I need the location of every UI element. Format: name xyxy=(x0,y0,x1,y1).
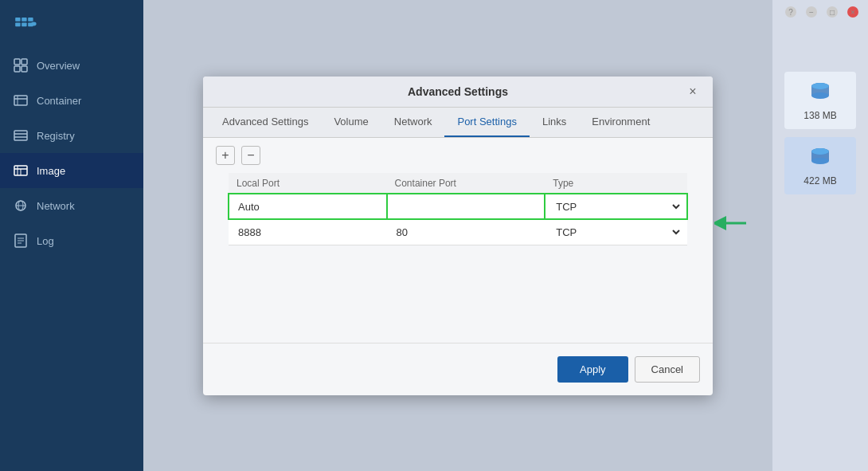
sidebar-item-network-label: Network xyxy=(37,200,75,212)
svg-rect-9 xyxy=(14,66,20,72)
col-header-container-port: Container Port xyxy=(387,173,545,194)
sidebar-item-container-label: Container xyxy=(37,95,81,107)
help-button[interactable]: ? xyxy=(785,6,796,18)
sidebar-item-log[interactable]: Log xyxy=(0,223,143,258)
svg-rect-0 xyxy=(15,18,20,22)
storage-size-1: 138 MB xyxy=(803,110,836,121)
log-icon xyxy=(13,233,29,249)
dialog-toolbar: + − xyxy=(203,138,713,173)
svg-rect-2 xyxy=(22,22,26,26)
port-table-wrapper: Local Port Container Port Type xyxy=(203,173,713,245)
registry-icon xyxy=(13,128,29,143)
sidebar-item-container[interactable]: Container xyxy=(0,83,143,118)
image-icon xyxy=(13,163,29,179)
storage-icon-1 xyxy=(809,80,831,107)
svg-point-6 xyxy=(31,22,36,26)
row1-type-cell: TCP UDP xyxy=(545,194,687,219)
svg-rect-7 xyxy=(14,59,20,65)
sidebar-item-network[interactable]: Network xyxy=(0,188,143,223)
col-header-type: Type xyxy=(545,173,687,194)
green-arrow-indicator xyxy=(714,214,749,232)
row1-type-select[interactable]: TCP UDP xyxy=(549,198,682,215)
sidebar-item-image-label: Image xyxy=(37,165,65,177)
minimize-button[interactable]: − xyxy=(806,6,817,18)
storage-item-1[interactable]: 138 MB xyxy=(784,72,856,129)
port-table: Local Port Container Port Type xyxy=(229,173,687,245)
dialog-content: + − Local Port Container Port Type xyxy=(203,138,713,343)
advanced-settings-dialog: Advanced Settings × Advanced Settings Vo… xyxy=(203,77,713,395)
apply-button[interactable]: Apply xyxy=(557,356,628,383)
svg-rect-8 xyxy=(22,59,27,65)
dialog-titlebar: Advanced Settings × xyxy=(203,77,713,108)
tab-port-settings[interactable]: Port Settings xyxy=(444,108,529,137)
svg-rect-5 xyxy=(15,22,20,26)
tab-links[interactable]: Links xyxy=(530,108,579,137)
docker-logo-icon xyxy=(13,11,38,37)
svg-point-36 xyxy=(811,158,829,164)
cancel-button[interactable]: Cancel xyxy=(635,356,700,383)
remove-port-button[interactable]: − xyxy=(241,146,260,165)
svg-rect-3 xyxy=(28,18,33,22)
row1-container-port-input[interactable] xyxy=(392,198,541,216)
row2-container-port-input[interactable] xyxy=(392,223,541,241)
row2-local-port-cell xyxy=(229,219,387,245)
svg-point-32 xyxy=(811,92,829,99)
dialog-close-button[interactable]: × xyxy=(686,84,700,99)
sidebar-item-registry-label: Registry xyxy=(37,130,75,142)
row2-local-port-input[interactable] xyxy=(233,223,382,241)
row1-container-port-cell xyxy=(387,194,545,219)
app-close-button[interactable]: × xyxy=(847,6,858,18)
window-controls: ? − □ × xyxy=(785,6,858,18)
main-content: Advanced Settings × Advanced Settings Vo… xyxy=(143,0,772,471)
tab-volume[interactable]: Volume xyxy=(321,108,381,137)
table-row: TCP UDP xyxy=(229,194,687,219)
svg-point-37 xyxy=(811,148,829,155)
svg-rect-10 xyxy=(22,66,27,72)
green-arrow-icon xyxy=(714,214,749,232)
sidebar-item-overview[interactable]: Overview xyxy=(0,48,143,83)
restore-button[interactable]: □ xyxy=(827,6,838,18)
sidebar-item-image[interactable]: Image xyxy=(0,153,143,188)
add-port-button[interactable]: + xyxy=(216,146,235,165)
sidebar-item-overview-label: Overview xyxy=(37,60,80,72)
dialog-title: Advanced Settings xyxy=(230,85,686,98)
row1-local-port-cell xyxy=(229,194,387,219)
row2-type-select[interactable]: TCP UDP xyxy=(549,224,682,241)
sidebar-item-log-label: Log xyxy=(37,235,54,247)
modal-backdrop: Advanced Settings × Advanced Settings Vo… xyxy=(143,0,772,471)
row2-type-cell: TCP UDP xyxy=(545,219,687,245)
svg-rect-1 xyxy=(22,18,26,22)
dialog-footer: Apply Cancel xyxy=(203,343,713,395)
overview-icon xyxy=(13,57,29,73)
svg-rect-11 xyxy=(14,96,27,105)
row1-local-port-input[interactable] xyxy=(233,198,382,216)
network-icon xyxy=(13,198,29,214)
svg-rect-14 xyxy=(14,131,27,140)
container-icon xyxy=(13,92,29,108)
tab-network[interactable]: Network xyxy=(381,108,445,137)
dialog-tabs: Advanced Settings Volume Network Port Se… xyxy=(203,108,713,138)
right-panel: 138 MB 422 MB xyxy=(772,0,868,471)
sidebar: Overview Container Registry xyxy=(0,0,143,471)
sidebar-item-registry[interactable]: Registry xyxy=(0,118,143,153)
tab-environment[interactable]: Environment xyxy=(579,108,663,137)
storage-size-2: 422 MB xyxy=(803,175,836,186)
svg-point-33 xyxy=(811,83,829,89)
row2-container-port-cell xyxy=(387,219,545,245)
app-container: ? − □ × xyxy=(0,0,868,471)
tab-advanced-settings[interactable]: Advanced Settings xyxy=(209,108,321,137)
storage-item-2[interactable]: 422 MB xyxy=(784,137,856,194)
app-logo xyxy=(0,0,143,48)
storage-icon-2 xyxy=(809,145,831,172)
col-header-local-port: Local Port xyxy=(229,173,387,194)
table-row: TCP UDP xyxy=(229,219,687,245)
